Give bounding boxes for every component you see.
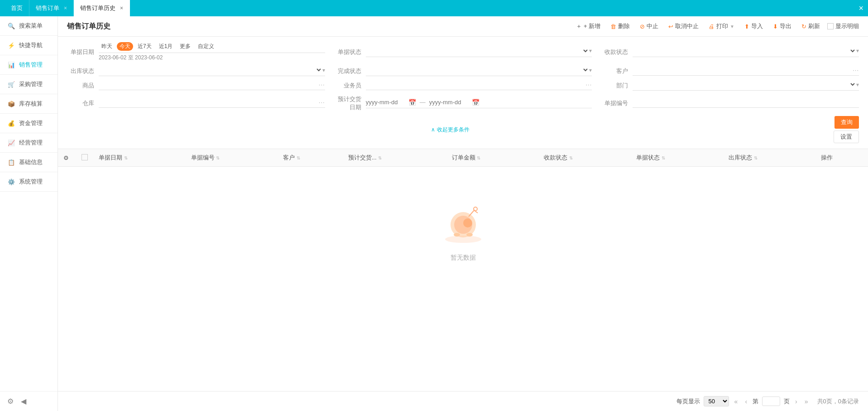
salesperson-input[interactable] [366, 81, 586, 88]
sidebar-item-sales-mgmt[interactable]: 📊 销售管理 [0, 55, 58, 75]
toolbar-print-button[interactable]: 🖨 打印 ▼ [706, 21, 737, 32]
customer-input[interactable] [633, 67, 853, 73]
window-close-button[interactable]: × [858, 4, 863, 13]
page-size-select[interactable]: 50 10 20 100 [704, 396, 729, 406]
display-detail-toggle[interactable]: 显示明细 [827, 22, 859, 30]
delivery-date-sort-icon[interactable]: ⇅ [378, 155, 382, 160]
goods-more-icon[interactable]: ··· [319, 81, 325, 88]
end-calendar-icon[interactable]: 📅 [472, 99, 480, 106]
tab-sales-order-close[interactable]: × [64, 5, 67, 11]
print-chevron-icon: ▼ [730, 24, 734, 29]
goods-input[interactable] [99, 81, 319, 88]
current-page-input[interactable]: 1 [762, 396, 780, 406]
sidebar-item-inventory[interactable]: 📦 库存核算 [0, 94, 58, 114]
search-menu-icon: 🔍 [7, 22, 15, 30]
pill-yesterday[interactable]: 昨天 [99, 42, 115, 51]
sidebar-item-fund-mgmt[interactable]: 💰 资金管理 [0, 114, 58, 133]
complete-status-chevron-icon: ▾ [589, 67, 592, 73]
delivery-date-end[interactable] [429, 99, 470, 106]
tab-sales-order-history-close[interactable]: × [120, 5, 123, 11]
tab-home[interactable]: 首页 [5, 0, 29, 16]
warehouse-input[interactable] [99, 99, 319, 106]
date-sort-icon[interactable]: ⇅ [124, 155, 128, 160]
collapse-button[interactable]: ∧ 收起更多条件 [431, 126, 470, 134]
quick-nav-icon: ⚡ [7, 41, 15, 49]
start-calendar-icon[interactable]: 📅 [408, 99, 416, 106]
doc-no-input[interactable] [633, 99, 859, 106]
th-delivery-date: 预计交货... ⇅ [343, 149, 446, 167]
delivery-status-label: 出库状态 [67, 67, 99, 75]
th-checkbox [76, 149, 93, 167]
delivery-status-sort-icon[interactable]: ⇅ [754, 155, 758, 160]
customer-more-icon[interactable]: ··· [853, 67, 859, 73]
pill-today[interactable]: 今天 [117, 42, 133, 51]
empty-text: 暂无数据 [451, 254, 476, 262]
prev-page-button[interactable]: ‹ [743, 397, 749, 406]
empty-illustration [436, 203, 490, 248]
sidebar-item-search-menu[interactable]: 🔍 搜索菜单 [0, 16, 58, 36]
sidebar-settings-icon[interactable]: ⚙ [7, 397, 14, 406]
th-amount: 订单金额 ⇅ [446, 149, 539, 167]
receipt-status-select[interactable] [633, 47, 856, 55]
first-page-button[interactable]: « [733, 397, 740, 406]
toolbar-import-button[interactable]: ⬆ 导入 [742, 21, 766, 32]
sidebar-item-quick-nav[interactable]: ⚡ 快捷导航 [0, 36, 58, 55]
display-detail-checkbox[interactable] [827, 23, 834, 29]
settings-gear-icon[interactable]: ⚙ [63, 155, 69, 161]
next-page-button[interactable]: › [793, 397, 799, 406]
page-title: 销售订单历史 [67, 22, 110, 31]
query-button[interactable]: 查询 [834, 116, 859, 129]
sidebar-item-ops-mgmt-label: 经营管理 [19, 139, 43, 147]
salesperson-more-icon[interactable]: ··· [586, 81, 592, 88]
warehouse-more-icon[interactable]: ··· [319, 99, 325, 106]
content-area: 销售订单历史 ＋ + 新增 🗑 删除 ⊘ 中止 ↩ 取消中止 [58, 16, 868, 411]
dept-filter: ▾ [633, 81, 859, 91]
sidebar-item-sys-mgmt[interactable]: ⚙️ 系统管理 [0, 172, 58, 192]
last-page-button[interactable]: » [803, 397, 810, 406]
customer-sort-icon[interactable]: ⇅ [297, 155, 300, 160]
pill-custom[interactable]: 自定义 [195, 42, 217, 51]
docno-sort-icon[interactable]: ⇅ [216, 155, 220, 160]
sidebar-item-ops-mgmt[interactable]: 📈 经营管理 [0, 133, 58, 153]
dept-select[interactable] [633, 81, 856, 88]
toolbar-export-button[interactable]: ⬇ 导出 [770, 21, 794, 32]
delivery-date-start[interactable] [366, 99, 407, 106]
sidebar-item-search-menu-label: 搜索菜单 [19, 22, 43, 30]
toolbar-cancel-stop-button[interactable]: ↩ 取消中止 [666, 21, 701, 32]
toolbar-delete-button[interactable]: 🗑 删除 [608, 21, 633, 32]
sidebar-collapse-icon[interactable]: ◀ [21, 397, 26, 406]
top-bar: 首页 销售订单 × 销售订单历史 × × [0, 0, 868, 16]
th-settings: ⚙ [58, 149, 76, 167]
basic-info-icon: 📋 [7, 158, 15, 166]
tab-sales-order-history[interactable]: 销售订单历史 × [74, 0, 130, 16]
date-range-display: 2023-06-02 至 2023-06-02 [99, 54, 325, 62]
pill-1month[interactable]: 近1月 [156, 42, 176, 51]
th-customer: 客户 ⇅ [278, 149, 342, 167]
sidebar-item-purchase-mgmt[interactable]: 🛒 采购管理 [0, 75, 58, 94]
status-label: 单据状态 [334, 48, 366, 56]
order-status-sort-icon[interactable]: ⇅ [662, 155, 665, 160]
receipt-sort-icon[interactable]: ⇅ [569, 155, 573, 160]
filter-row-3: 商品 ··· 业务员 ··· 部门 ▾ [67, 81, 859, 91]
complete-status-select[interactable] [366, 66, 590, 74]
warehouse-filter: ··· [99, 99, 325, 108]
pill-7days[interactable]: 近7天 [135, 42, 154, 51]
sidebar-item-basic-info[interactable]: 📋 基础信息 [0, 153, 58, 172]
sidebar-item-fund-mgmt-label: 资金管理 [19, 119, 43, 127]
amount-sort-icon[interactable]: ⇅ [477, 155, 480, 160]
status-select[interactable] [366, 47, 590, 55]
delivery-status-select[interactable] [99, 66, 322, 74]
delivery-date-filter: 📅 — 📅 [366, 99, 592, 108]
dept-label: 部门 [601, 82, 633, 90]
toolbar-new-button[interactable]: ＋ + 新增 [573, 21, 603, 32]
toolbar-stop-button[interactable]: ⊘ 中止 [637, 21, 661, 32]
customer-label: 客户 [601, 67, 633, 75]
receipt-status-filter: ▾ [633, 47, 859, 57]
pagination: 每页显示 50 10 20 100 « ‹ 第 1 页 › » 共0页，0条记录 [58, 391, 868, 411]
toolbar: ＋ + 新增 🗑 删除 ⊘ 中止 ↩ 取消中止 🖨 打印 [573, 21, 859, 32]
toolbar-refresh-button[interactable]: ↻ 刷新 [799, 21, 823, 32]
pill-more[interactable]: 更多 [177, 42, 193, 51]
settings-button[interactable]: 设置 [834, 131, 859, 143]
select-all-checkbox[interactable] [82, 154, 88, 160]
tab-sales-order[interactable]: 销售订单 × [29, 0, 74, 16]
